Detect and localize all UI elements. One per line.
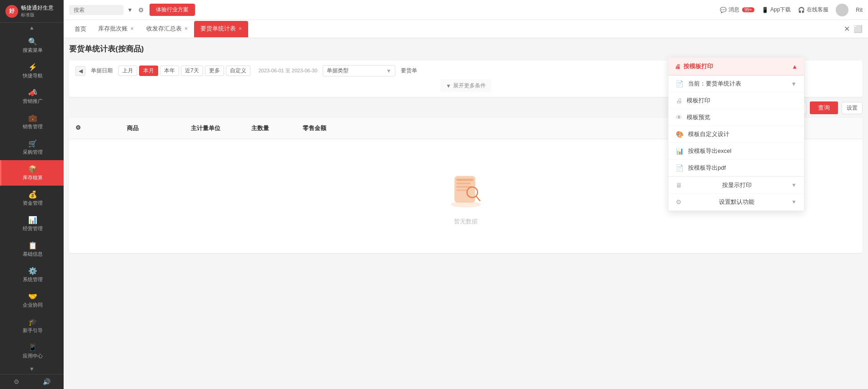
marketing-icon: 📣 — [28, 88, 37, 97]
svg-point-8 — [469, 189, 475, 195]
username: Rit — [856, 7, 863, 13]
close-window-icon[interactable]: ✕ — [844, 25, 850, 33]
tab-order-stats[interactable]: 要货单统计表 × — [194, 21, 248, 37]
tabs-bar: 首页 库存批次账 × 收发存汇总表 × 要货单统计表 × ✕ ⬜ — [64, 20, 868, 38]
sidebar-item-inventory[interactable]: 📦 库存核算 — [0, 160, 64, 186]
logo-app-name: 畅捷通好生意 — [21, 5, 54, 12]
online-service-icon: 🎧 — [798, 7, 805, 13]
app-download-btn[interactable]: 📱 App下载 — [762, 6, 791, 14]
sidebar-search-label: 搜索菜单 — [23, 47, 43, 54]
online-service-btn[interactable]: 🎧 在线客服 — [798, 6, 828, 14]
tab-close-receipt[interactable]: × — [185, 25, 188, 32]
message-btn[interactable]: 💬 消息 99+ — [720, 6, 754, 14]
settings-btn[interactable]: 设置 — [842, 102, 863, 114]
th-goods: 商品 — [87, 121, 178, 135]
sidebar-appstore-label: 应用中心 — [23, 353, 43, 359]
date-btn-this-year[interactable]: 本年 — [160, 66, 179, 76]
date-btn-last-month[interactable]: 上月 — [118, 66, 137, 76]
dropdown-template-print[interactable]: 🖨 模板打印 — [668, 92, 804, 109]
dropdown-template-design[interactable]: 🎨 模板自定义设计 — [668, 126, 804, 143]
scroll-up-btn[interactable]: ▲ — [0, 23, 64, 33]
topbar-dropdown-arrow[interactable]: ▼ — [127, 7, 133, 13]
trial-btn[interactable]: 体验行业方案 — [150, 4, 195, 16]
tab-home[interactable]: 首页 — [69, 21, 92, 37]
avatar[interactable] — [836, 4, 848, 16]
type-select[interactable]: 单据类型 ▼ — [323, 65, 395, 76]
th-quantity: 主数量 — [233, 121, 287, 135]
svg-rect-5 — [456, 189, 468, 191]
template-design-label: 模板自定义设计 — [688, 130, 729, 138]
sidebar-item-quick-nav[interactable]: ⚡ 快捷导航 — [0, 58, 64, 84]
topbar-gear-icon[interactable]: ⚙ — [136, 6, 146, 14]
sidebar: 好 畅捷通好生意 标准版 ▲ 🔍 搜索菜单 ⚡ 快捷导航 📣 营销推广 💼 销售… — [0, 0, 64, 389]
dropdown-title: 按模板打印 — [683, 62, 713, 71]
expand-more-label: 展开更多条件 — [453, 82, 486, 90]
dropdown-current-item[interactable]: 📄 当前：要货单统计表 ▼ — [668, 76, 804, 92]
dropdown-print-icon: 🖨 — [675, 63, 681, 70]
page-title: 要货单统计表(按商品) — [69, 44, 863, 54]
th-settings[interactable]: ⚙ — [69, 121, 87, 135]
sidebar-item-finance[interactable]: 💰 资金管理 — [0, 186, 64, 211]
print-dropdown-panel: 🖨 按模板打印 ▲ 📄 当前：要货单统计表 ▼ 🖨 模板打印 👁 模板预览 🎨 — [668, 57, 804, 211]
expand-more-btn[interactable]: ▼ 展开更多条件 — [440, 79, 491, 92]
query-btn[interactable]: 查询 — [810, 101, 838, 114]
sidebar-basic-label: 基础信息 — [23, 251, 43, 258]
th-unit: 主计量单位 — [178, 121, 233, 135]
dropdown-close-icon[interactable]: ▲ — [792, 63, 798, 70]
dropdown-export-excel[interactable]: 📊 按模板导出excel — [668, 143, 804, 160]
tab-maximize: ✕ ⬜ — [844, 25, 863, 33]
tab-close-order[interactable]: × — [239, 25, 242, 32]
date-btn-this-month[interactable]: 本月 — [139, 66, 158, 76]
export-excel-icon: 📊 — [676, 147, 683, 155]
sidebar-logo: 好 畅捷通好生意 标准版 — [0, 0, 64, 23]
sidebar-item-marketing[interactable]: 📣 营销推广 — [0, 84, 64, 109]
filter-expand-btn[interactable]: ◀ — [75, 66, 85, 76]
sidebar-operation-label: 经营管理 — [23, 225, 43, 232]
sidebar-item-guide[interactable]: 🎓 新手引导 — [0, 313, 64, 338]
sidebar-marketing-label: 营销推广 — [23, 98, 43, 105]
type-label: 单据类型 — [327, 67, 349, 75]
date-range: 2023-06-01 至 2023-06-30 — [259, 67, 318, 74]
empty-illustration — [443, 167, 489, 212]
sidebar-item-sales[interactable]: 💼 销售管理 — [0, 109, 64, 135]
dropdown-template-preview[interactable]: 👁 模板预览 — [668, 109, 804, 126]
default-func-label: 设置默认功能 — [719, 198, 754, 206]
date-btns: 上月 本月 本年 近7天 更多 自定义 — [118, 66, 250, 76]
sidebar-item-search[interactable]: 🔍 搜索菜单 — [0, 33, 64, 58]
tab-close-batch[interactable]: × — [130, 25, 134, 32]
dropdown-display-print[interactable]: 🖥 按显示打印 ▼ — [668, 177, 804, 194]
sidebar-settings-icon[interactable]: ⚙ — [14, 378, 20, 385]
system-icon: ⚙️ — [28, 267, 37, 275]
date-btn-7days[interactable]: 近7天 — [181, 66, 203, 76]
export-pdf-icon: 📄 — [676, 164, 683, 172]
template-print-icon: 🖨 — [676, 97, 682, 104]
date-btn-custom[interactable]: 自定义 — [226, 66, 250, 76]
sidebar-item-appstore[interactable]: 📱 应用中心 — [0, 338, 64, 364]
current-template-icon: 📄 — [676, 80, 683, 87]
main-area: ▼ ⚙ 体验行业方案 💬 消息 99+ 📱 App下载 🎧 在线客服 Rit 首… — [64, 0, 868, 389]
sidebar-item-system[interactable]: ⚙️ 系统管理 — [0, 262, 64, 288]
maximize-icon[interactable]: ⬜ — [853, 25, 863, 33]
dropdown-default-func[interactable]: ⚙ 设置默认功能 ▼ — [668, 194, 804, 211]
sidebar-item-operation[interactable]: 📊 经营管理 — [0, 211, 64, 237]
sidebar-item-purchase[interactable]: 🛒 采购管理 — [0, 135, 64, 160]
search-input[interactable] — [69, 5, 124, 15]
dropdown-header: 🖨 按模板打印 ▲ — [668, 58, 804, 76]
sidebar-item-cooperation[interactable]: 🤝 企业协同 — [0, 288, 64, 313]
th-amount: 零售金额 — [287, 121, 342, 135]
template-print-label: 模板打印 — [687, 96, 710, 105]
sidebar-cooperation-label: 企业协同 — [23, 302, 43, 308]
message-badge: 99+ — [742, 7, 754, 12]
inventory-icon: 📦 — [28, 165, 37, 173]
sidebar-item-basic[interactable]: 📋 基础信息 — [0, 237, 64, 262]
guide-icon: 🎓 — [28, 318, 37, 326]
template-design-icon: 🎨 — [676, 131, 683, 138]
tab-batch-account[interactable]: 库存批次账 × — [92, 21, 140, 37]
dropdown-export-pdf[interactable]: 📄 按模板导出pdf — [668, 160, 804, 177]
scroll-down-btn[interactable]: ▼ — [0, 364, 64, 374]
svg-line-7 — [476, 196, 480, 201]
sidebar-sound-icon[interactable]: 🔊 — [43, 378, 50, 385]
tab-receipt-summary[interactable]: 收发存汇总表 × — [140, 21, 194, 37]
topbar-right: 💬 消息 99+ 📱 App下载 🎧 在线客服 Rit — [720, 4, 863, 16]
date-btn-more[interactable]: 更多 — [205, 66, 224, 76]
